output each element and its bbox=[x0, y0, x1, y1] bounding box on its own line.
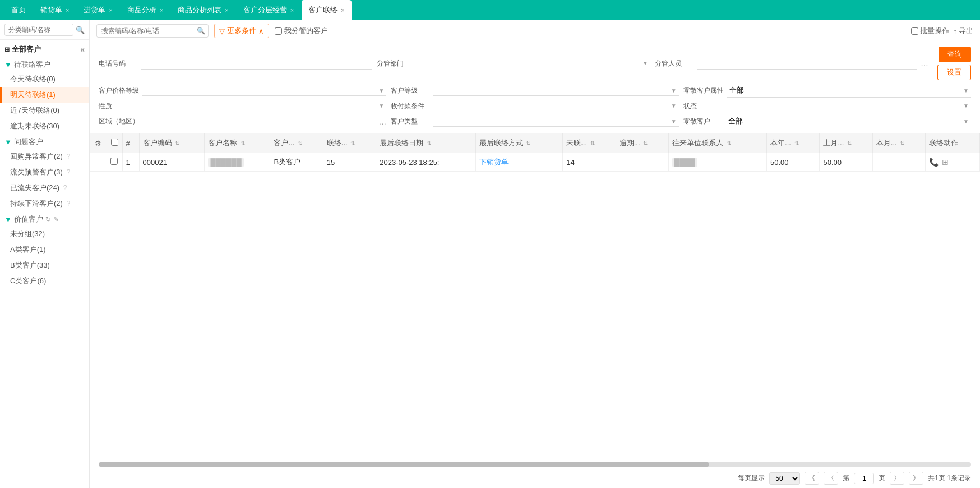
cust-type-select[interactable]: ▼ bbox=[433, 117, 678, 127]
col-this-month[interactable]: 本月... ⇅ bbox=[872, 133, 925, 153]
scrollbar-thumb[interactable] bbox=[99, 462, 709, 467]
sidebar-search-icon[interactable]: 🔍 bbox=[76, 26, 85, 34]
sidebar-search-input[interactable] bbox=[4, 24, 73, 36]
prev-page-button[interactable]: 〈 bbox=[824, 472, 838, 485]
row-select-checkbox[interactable] bbox=[110, 158, 118, 165]
price-level-select[interactable]: ▼ bbox=[142, 86, 386, 96]
nature-select[interactable]: ▼ bbox=[141, 101, 386, 111]
page-input[interactable] bbox=[854, 473, 874, 484]
select-all-checkbox[interactable] bbox=[111, 139, 118, 146]
col-code[interactable]: 客户编码 ⇅ bbox=[139, 133, 205, 153]
sidebar-item-c-class[interactable]: C类客户(6) bbox=[0, 273, 89, 289]
pending-group-header[interactable]: ▼ 待联络客户 bbox=[0, 57, 89, 71]
contact-sort: ⇅ bbox=[350, 140, 355, 146]
horizontal-scrollbar[interactable] bbox=[99, 462, 971, 467]
nav-customer-contact[interactable]: 客户联络 × bbox=[302, 0, 351, 20]
search-icon[interactable]: 🔍 bbox=[197, 27, 205, 35]
filter-cust-type: 客户类型 ▼ bbox=[391, 117, 678, 127]
col-overdue[interactable]: 逾期... ⇅ bbox=[616, 133, 668, 153]
action-grid-icon[interactable]: ⊞ bbox=[942, 158, 949, 167]
payment-select[interactable]: ▼ bbox=[433, 101, 678, 111]
sidebar-item-today[interactable]: 今天待联络(0) bbox=[0, 71, 89, 87]
sidebar-item-ungrouped[interactable]: 未分组(32) bbox=[0, 226, 89, 242]
nav-purchase[interactable]: 进货单 × bbox=[77, 0, 119, 20]
value-edit-icon[interactable]: ✎ bbox=[53, 215, 59, 223]
next-page-button[interactable]: 〉 bbox=[890, 472, 904, 485]
col-no-contact[interactable]: 未联... ⇅ bbox=[563, 133, 616, 153]
filter-panel: 电话号码 分管部门 ▼ 分管人员 bbox=[90, 42, 980, 133]
col-checkbox[interactable] bbox=[107, 133, 122, 153]
col-contact[interactable]: 联络... ⇅ bbox=[323, 133, 376, 153]
nav-customer-tier-close[interactable]: × bbox=[290, 7, 294, 13]
col-settings[interactable]: ⚙ bbox=[90, 133, 107, 153]
nav-home[interactable]: 首页 bbox=[4, 0, 33, 20]
first-page-button[interactable]: 《 bbox=[805, 472, 819, 485]
cust-level-select[interactable]: ▼ bbox=[433, 86, 678, 96]
last-page-button[interactable]: 》 bbox=[909, 472, 923, 485]
area-more-btn[interactable]: … bbox=[378, 117, 386, 126]
status-caret: ▼ bbox=[963, 103, 969, 109]
retail-cust-caret: ▼ bbox=[963, 118, 969, 125]
nav-sales[interactable]: 销货单 × bbox=[34, 0, 76, 20]
nav-product-analysis-close[interactable]: × bbox=[160, 7, 163, 13]
collapse-btn[interactable]: « bbox=[80, 45, 85, 54]
value-refresh-icon[interactable]: ↻ bbox=[45, 215, 51, 223]
per-page-label: 每页显示 bbox=[738, 473, 765, 483]
retail-attr-select[interactable]: 全部 ▼ bbox=[727, 84, 971, 98]
status-select[interactable]: ▼ bbox=[726, 101, 971, 111]
row-no-contact: 14 bbox=[563, 153, 616, 172]
sidebar-item-overdue[interactable]: 逾期未联络(30) bbox=[0, 118, 89, 134]
batch-operation-button[interactable]: 批量操作 bbox=[911, 26, 949, 36]
sidebar-item-repurchase[interactable]: 回购异常客户(2) ? bbox=[0, 149, 89, 164]
dept-select[interactable]: ▼ bbox=[419, 58, 650, 68]
area-input[interactable] bbox=[145, 117, 373, 125]
filter-area: 区域（地区） … bbox=[99, 116, 386, 127]
nav-purchase-close[interactable]: × bbox=[109, 7, 112, 13]
nav-customer-tier[interactable]: 客户分层经营 × bbox=[237, 0, 301, 20]
last-type-link[interactable]: 下销货单 bbox=[479, 158, 509, 166]
row-settings bbox=[90, 153, 107, 172]
table-row: 1 000021 ██████ B类客户 15 2023-05-23 18:25… bbox=[90, 153, 980, 172]
sidebar-item-a-class[interactable]: A类客户(1) bbox=[0, 242, 89, 257]
search-input[interactable] bbox=[96, 24, 209, 38]
set-button[interactable]: 设置 bbox=[937, 65, 971, 80]
retail-cust-select[interactable]: 全部 ▼ bbox=[726, 114, 971, 128]
sidebar-item-churn-warning[interactable]: 流失预警客户(3) ? bbox=[0, 164, 89, 180]
my-customers-checkbox[interactable] bbox=[275, 27, 282, 35]
sidebar-item-tomorrow[interactable]: 明天待联络(1) bbox=[0, 87, 89, 103]
col-this-year[interactable]: 本年... ⇅ bbox=[767, 133, 820, 153]
row-checkbox[interactable] bbox=[107, 153, 122, 172]
value-group-header[interactable]: ▼ 价值客户 ↻ ✎ bbox=[0, 211, 89, 226]
col-unit-contact[interactable]: 往来单位联系人 ⇅ bbox=[669, 133, 767, 153]
nav-product-analysis-list[interactable]: 商品分析列表 × bbox=[171, 0, 235, 20]
filter-row-2: 客户价格等级 ▼ 客户等级 ▼ 零散客户属性 全部 bbox=[99, 84, 971, 98]
col-last-type[interactable]: 最后联络方式 ⇅ bbox=[475, 133, 563, 153]
unit-contact-blurred: ████ bbox=[672, 158, 697, 167]
phone-input[interactable] bbox=[144, 59, 370, 67]
nav-product-analysis-list-close[interactable]: × bbox=[225, 7, 228, 13]
col-type[interactable]: 客户... ⇅ bbox=[270, 133, 323, 153]
more-filter-button[interactable]: ▽ 更多条件 ∧ bbox=[214, 24, 269, 38]
row-last-type[interactable]: 下销货单 bbox=[475, 153, 563, 172]
col-name[interactable]: 客户名称 ⇅ bbox=[205, 133, 270, 153]
sidebar-item-b-class[interactable]: B类客户(33) bbox=[0, 257, 89, 273]
query-button[interactable]: 查询 bbox=[939, 47, 971, 62]
col-last-month[interactable]: 上月... ⇅ bbox=[820, 133, 872, 153]
sidebar-item-declining[interactable]: 持续下滑客户(2) ? bbox=[0, 196, 89, 211]
person-more-btn[interactable]: … bbox=[921, 59, 928, 68]
last-date-sort: ⇅ bbox=[427, 140, 431, 146]
person-input-wrap bbox=[697, 58, 917, 70]
my-customers-checkbox-wrap[interactable]: 我分管的客户 bbox=[275, 26, 328, 36]
action-phone-icon[interactable]: 📞 bbox=[929, 158, 939, 167]
nav-sales-close[interactable]: × bbox=[66, 7, 69, 13]
batch-checkbox[interactable] bbox=[911, 27, 918, 35]
nav-product-analysis[interactable]: 商品分析 × bbox=[121, 0, 170, 20]
sidebar-item-7days[interactable]: 近7天待联络(0) bbox=[0, 103, 89, 118]
per-page-select[interactable]: 50 100 bbox=[769, 472, 800, 485]
export-button[interactable]: ↑ 导出 bbox=[954, 26, 974, 36]
nav-customer-contact-close[interactable]: × bbox=[341, 7, 344, 13]
col-last-date[interactable]: 最后联络日期 ⇅ bbox=[376, 133, 475, 153]
sidebar-item-churned[interactable]: 已流失客户(24) ? bbox=[0, 180, 89, 196]
problem-group-header[interactable]: ▼ 问题客户 bbox=[0, 134, 89, 149]
person-input[interactable] bbox=[700, 59, 915, 67]
